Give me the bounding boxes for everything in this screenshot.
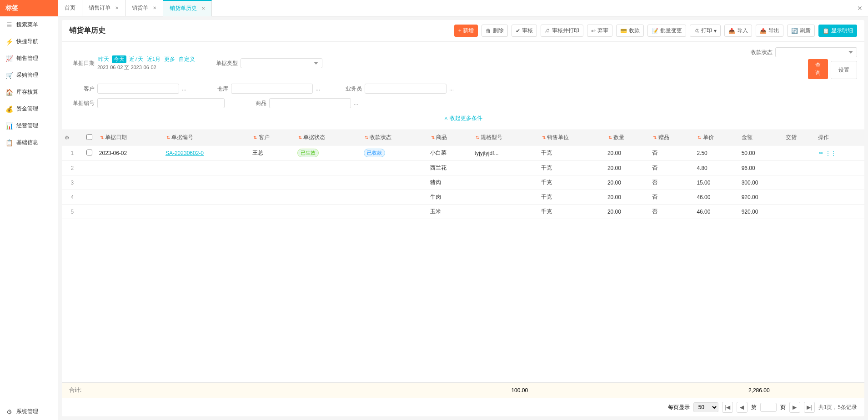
col-no-label: 单据编号 bbox=[171, 134, 193, 140]
col-header-goods: ⇅ 商品 bbox=[427, 130, 472, 145]
row-checkbox[interactable] bbox=[86, 150, 92, 155]
row-goods: 玉米 bbox=[427, 205, 472, 219]
row-price: 46.00 bbox=[694, 205, 738, 219]
col-qty-sort-icon[interactable]: ⇅ bbox=[608, 135, 612, 140]
col-customer-sort-icon[interactable]: ⇅ bbox=[253, 135, 257, 140]
page-input[interactable]: 1 bbox=[760, 403, 777, 412]
shortcut-custom[interactable]: 自定义 bbox=[178, 55, 196, 63]
customer-picker-icon[interactable]: ... bbox=[182, 85, 186, 92]
edit-action[interactable]: ✏ bbox=[819, 150, 823, 156]
tab-sales-order[interactable]: 销售订单 ✕ bbox=[82, 0, 125, 16]
set-button[interactable]: 设置 bbox=[831, 61, 857, 79]
tab-bar-close-all[interactable]: ✕ bbox=[852, 5, 868, 12]
purchase-mgmt-icon: 🛒 bbox=[5, 72, 13, 79]
audit-button[interactable]: ✔ 审核 bbox=[512, 25, 537, 37]
shortcut-more[interactable]: 更多 bbox=[163, 55, 176, 63]
show-detail-button[interactable]: 📋 显示明细 bbox=[818, 25, 857, 37]
batch-change-button[interactable]: 📝 批量变更 bbox=[647, 25, 686, 37]
sidebar-item-inventory[interactable]: 🏠 库存核算 bbox=[0, 84, 58, 100]
query-button[interactable]: 查询 bbox=[808, 59, 828, 79]
sidebar-item-label: 库存核算 bbox=[16, 88, 38, 96]
sidebar-item-quick-nav[interactable]: ⚡ 快捷导航 bbox=[0, 33, 58, 50]
row-actions bbox=[815, 205, 864, 219]
row-amount: 920.00 bbox=[739, 190, 783, 205]
shortcut-today[interactable]: 今天 bbox=[112, 55, 126, 63]
select-all-checkbox[interactable] bbox=[86, 134, 92, 140]
sidebar-logo: 标签 bbox=[0, 0, 58, 16]
sidebar-item-sales-mgmt[interactable]: 📈 销售管理 bbox=[0, 50, 58, 67]
prev-page-button[interactable]: ◀ bbox=[737, 402, 748, 413]
col-doc-status-sort-icon[interactable]: ⇅ bbox=[298, 135, 302, 140]
salesperson-picker-icon[interactable]: ... bbox=[449, 85, 454, 92]
col-spec-sort-icon[interactable]: ⇅ bbox=[476, 135, 479, 140]
sidebar-item-operations[interactable]: 📊 经营管理 bbox=[0, 117, 58, 134]
sidebar-item-basic-info[interactable]: 📋 基础信息 bbox=[0, 134, 58, 151]
col-header-gift: ⇅ 赠品 bbox=[649, 130, 694, 145]
refresh-button[interactable]: 🔄 刷新 bbox=[787, 25, 815, 37]
new-button[interactable]: + 新增 bbox=[454, 25, 478, 37]
delete-button[interactable]: 🗑 删除 bbox=[482, 25, 508, 37]
col-unit-sort-icon[interactable]: ⇅ bbox=[542, 135, 546, 140]
table-settings-icon[interactable]: ⚙ bbox=[65, 135, 70, 141]
row-customer: 王总 bbox=[250, 145, 294, 161]
page-size-select[interactable]: 50 100 200 bbox=[693, 402, 718, 412]
col-date-sort-icon[interactable]: ⇅ bbox=[100, 135, 104, 140]
warehouse-picker-icon[interactable]: ... bbox=[316, 85, 320, 92]
doc-no-filter-item: 单据编号 bbox=[69, 98, 225, 108]
tab-sales-goods-close[interactable]: ✕ bbox=[153, 5, 156, 10]
row-collect-status bbox=[361, 190, 427, 205]
row-actions: ✏⋮⋮ bbox=[815, 145, 864, 161]
col-price-sort-icon[interactable]: ⇅ bbox=[697, 135, 701, 140]
print-dropdown-icon: ▾ bbox=[714, 28, 717, 34]
customer-input[interactable] bbox=[97, 84, 179, 94]
abandon-button[interactable]: ↩ 弃审 bbox=[587, 25, 612, 37]
collect-status-select[interactable] bbox=[775, 47, 857, 57]
tab-sales-history[interactable]: 销货单历史 ✕ bbox=[163, 0, 212, 16]
warehouse-input[interactable] bbox=[231, 84, 313, 94]
import-button[interactable]: 📥 导入 bbox=[724, 25, 752, 37]
print-label: 打印 bbox=[701, 27, 712, 35]
doc-no-link[interactable]: SA-20230602-0 bbox=[166, 150, 204, 156]
show-detail-label: 显示明细 bbox=[831, 27, 853, 35]
tab-sales-history-close[interactable]: ✕ bbox=[201, 6, 205, 11]
row-goods: 小白菜 bbox=[427, 145, 472, 161]
col-gift-sort-icon[interactable]: ⇅ bbox=[653, 135, 657, 140]
tab-sales-order-close[interactable]: ✕ bbox=[115, 5, 119, 10]
table-row: 2 西兰花 千克 20.00 否 4.80 96.00 bbox=[62, 161, 864, 175]
col-goods-sort-icon[interactable]: ⇅ bbox=[431, 135, 435, 140]
next-page-button[interactable]: ▶ bbox=[789, 402, 800, 413]
goods-picker-icon[interactable]: ... bbox=[354, 100, 358, 106]
print-button[interactable]: 🖨 打印 ▾ bbox=[690, 25, 721, 37]
sidebar-item-purchase-mgmt[interactable]: 🛒 采购管理 bbox=[0, 67, 58, 84]
more-action[interactable]: ⋮⋮ bbox=[825, 150, 836, 156]
shortcut-7days[interactable]: 近7天 bbox=[128, 55, 144, 63]
tab-sales-goods[interactable]: 销货单 ✕ bbox=[125, 0, 163, 16]
shortcut-1month[interactable]: 近1月 bbox=[146, 55, 162, 63]
last-page-button[interactable]: ▶| bbox=[804, 402, 815, 413]
first-page-button[interactable]: |◀ bbox=[722, 402, 733, 413]
export-button[interactable]: 📤 导出 bbox=[756, 25, 783, 37]
collect-status-filter-item: 收款状态 bbox=[747, 47, 857, 57]
col-collect-status-sort-icon[interactable]: ⇅ bbox=[365, 135, 368, 140]
doc-type-select[interactable] bbox=[241, 58, 322, 68]
sidebar-item-system-mgmt[interactable]: ⚙ 系统管理 bbox=[0, 403, 58, 420]
import-label: 导入 bbox=[737, 27, 748, 35]
goods-input[interactable] bbox=[269, 98, 351, 108]
table-row: 1 2023-06-02 SA-20230602-0 王总 已生效 已收款 小白… bbox=[62, 145, 864, 161]
collect-button[interactable]: 💳 收款 bbox=[616, 25, 644, 37]
row-customer bbox=[250, 205, 294, 219]
salesperson-input[interactable] bbox=[365, 84, 447, 94]
col-action-label: 操作 bbox=[818, 134, 829, 140]
row-customer bbox=[250, 161, 294, 175]
doc-no-input[interactable] bbox=[97, 98, 225, 108]
shortcut-yesterday[interactable]: 昨天 bbox=[97, 55, 110, 63]
sidebar-item-finance[interactable]: 💰 资金管理 bbox=[0, 100, 58, 117]
collapse-button[interactable]: ∧ 收起更多条件 bbox=[69, 113, 857, 124]
row-date bbox=[96, 161, 163, 175]
audit-print-button[interactable]: 🖨 审核并打印 bbox=[541, 25, 583, 37]
row-gift: 否 bbox=[649, 190, 694, 205]
col-spec-label: 规格型号 bbox=[481, 134, 502, 140]
tab-home[interactable]: 首页 bbox=[58, 0, 82, 16]
sidebar-item-search-menu[interactable]: ☰ 搜索菜单 bbox=[0, 16, 58, 33]
col-no-sort-icon[interactable]: ⇅ bbox=[166, 135, 170, 140]
